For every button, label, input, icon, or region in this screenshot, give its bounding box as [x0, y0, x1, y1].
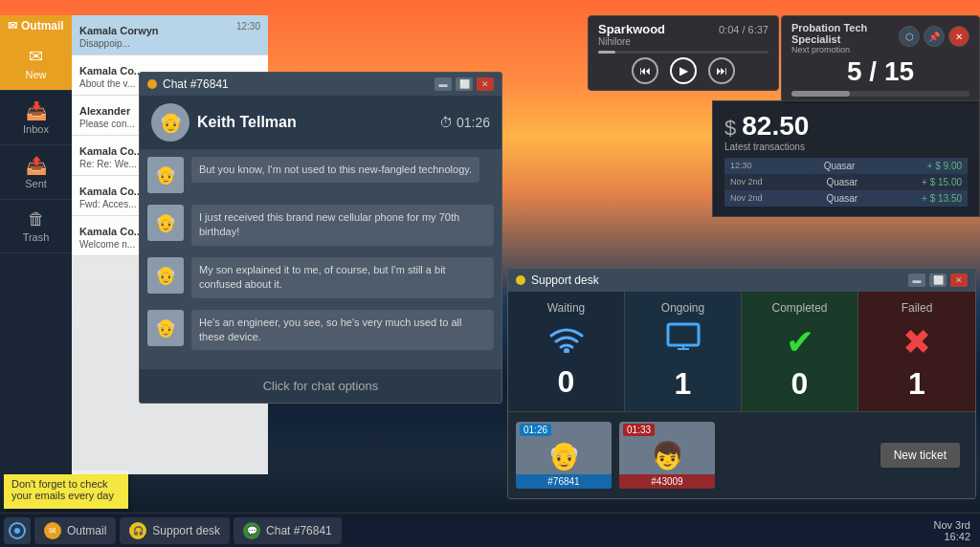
nav-new-label: New	[25, 69, 46, 80]
tx-name-0: Quasar	[824, 161, 856, 171]
stat-failed: Failed ✖ 1	[858, 292, 975, 411]
chat-titlebar: Chat #76841 ▬ ⬜ ✕	[140, 73, 501, 96]
tx-amount-1: + $ 15.00	[922, 177, 962, 187]
taskbar-chat-label: Chat #76841	[266, 524, 332, 537]
taskbar-outmail[interactable]: ✉ Outmail	[34, 517, 116, 544]
support-dot	[516, 275, 525, 285]
support-maximize[interactable]: ⬜	[929, 274, 947, 287]
tickets-container: 👴 01:26 #76841 👦 01:33 #43009	[516, 416, 715, 494]
new-icon: ✉	[29, 46, 43, 67]
nav-sent[interactable]: 📤 Sent	[0, 145, 72, 200]
transaction-0: 12:30 Quasar + $ 9.00	[724, 158, 968, 174]
email-item-0[interactable]: Kamala Corwyn 12:30 Disappoip...	[72, 15, 268, 55]
close-button[interactable]: ✕	[477, 77, 494, 91]
taskbar-time: Nov 3rd 16:42	[933, 519, 976, 542]
ticket-overlay-1: 01:33	[619, 422, 715, 438]
msg-avatar-2: 👴	[147, 257, 184, 294]
inbox-icon: 📥	[26, 100, 47, 121]
email-sender-4: Kamala Co...	[79, 186, 143, 197]
email-sender-2: Alexander	[79, 105, 130, 117]
promo-progress-fill	[791, 91, 850, 97]
maximize-button[interactable]: ⬜	[456, 77, 473, 91]
ticket-timer-1: 01:33	[623, 424, 655, 436]
outmail-title: Outmail	[21, 19, 64, 33]
music-progress-fill	[598, 51, 615, 54]
music-artist: Nihilore	[598, 36, 665, 47]
currency-symbol: $	[724, 116, 736, 141]
email-sender-5: Kamala Co...	[79, 226, 143, 237]
promo-score: 5 / 15	[791, 56, 969, 87]
music-progress-bar	[598, 51, 768, 54]
x-icon: ✖	[866, 322, 968, 362]
monitor-icon	[633, 322, 733, 362]
taskbar-sys-icon	[4, 517, 31, 544]
new-ticket-button[interactable]: New ticket	[880, 443, 960, 468]
msg-avatar-3: 👴	[147, 310, 184, 346]
check-icon: ✔	[749, 322, 850, 362]
nav-sent-label: Sent	[25, 178, 47, 189]
nav-inbox[interactable]: 📥 Inbox	[0, 91, 72, 145]
support-controls: ▬ ⬜ ✕	[908, 274, 968, 287]
money-amount: 82.50	[742, 111, 809, 142]
email-sender-3: Kamala Co...	[79, 145, 143, 157]
ticket-overlay-0: 01:26	[516, 422, 612, 438]
transactions-list: 12:30 Quasar + $ 9.00 Nov 2nd Quasar + $…	[724, 158, 968, 207]
taskbar-support[interactable]: 🎧 Support desk	[120, 517, 230, 544]
support-widget: Support desk ▬ ⬜ ✕ Waiting 0 Ongoing	[507, 268, 976, 499]
stat-ongoing-count: 1	[633, 366, 733, 402]
music-controls: ⏮ ▶ ⏭	[598, 57, 768, 84]
taskbar-chat[interactable]: 💬 Chat #76841	[234, 517, 342, 544]
support-minimize[interactable]: ▬	[908, 274, 925, 287]
stat-waiting-label: Waiting	[516, 301, 616, 315]
tx-time-1: Nov 2nd	[730, 177, 763, 187]
sent-icon: 📤	[26, 155, 47, 176]
tx-time-2: Nov 2nd	[730, 193, 763, 204]
nav-inbox-label: Inbox	[23, 123, 49, 135]
next-button[interactable]: ⏭	[708, 57, 735, 84]
msg-text-1: I just received this brand new cellular …	[191, 205, 494, 246]
support-title: Support desk	[531, 274, 599, 287]
promo-title: Probation Tech Specialist	[791, 22, 899, 45]
promo-progress-bg	[791, 91, 969, 97]
money-widget: $ 82.50 Latest transactions 12:30 Quasar…	[712, 100, 980, 217]
email-time-0: 12:30	[236, 21, 260, 32]
stat-failed-count: 1	[866, 366, 968, 402]
svg-point-5	[14, 528, 20, 534]
tx-amount-0: + $ 9.00	[927, 161, 962, 171]
music-widget: Sparkwood Nihilore 0:04 / 6:37 ⏮ ▶ ⏭	[588, 15, 779, 91]
nav-trash[interactable]: 🗑 Trash	[0, 200, 72, 253]
tx-time-0: 12:30	[730, 161, 752, 171]
svg-rect-1	[668, 324, 699, 345]
ticket-timer-0: 01:26	[520, 424, 551, 436]
support-stats: Waiting 0 Ongoing 1	[508, 292, 975, 412]
tx-name-2: Quasar	[826, 193, 858, 204]
chat-contact-name: Keith Tellman	[197, 114, 297, 131]
stat-ongoing-label: Ongoing	[633, 301, 733, 315]
chat-messages: 👴 But you know, I'm not used to this new…	[140, 149, 501, 369]
chat-avatar: 👴	[151, 103, 189, 142]
promo-close-button[interactable]: ✕	[948, 26, 969, 47]
promo-icons: ⬡ 📌 ✕	[899, 26, 969, 47]
ticket-id-0: #76841	[516, 474, 612, 489]
tx-amount-2: + $ 13.50	[922, 193, 962, 204]
support-close[interactable]: ✕	[950, 274, 968, 287]
prev-button[interactable]: ⏮	[632, 57, 658, 84]
outmail-header: ✉ Outmail	[0, 15, 72, 36]
promo-pin-button[interactable]: 📌	[924, 26, 945, 47]
stat-waiting: Waiting 0	[508, 292, 625, 411]
promo-star-button[interactable]: ⬡	[899, 26, 920, 47]
chat-title: Chat #76841	[163, 77, 229, 91]
nav-new[interactable]: ✉ New	[0, 36, 72, 91]
chat-window: Chat #76841 ▬ ⬜ ✕ 👴 Keith Tellman ⏱ 01:2…	[139, 72, 502, 404]
ticket-76841[interactable]: 👴 01:26 #76841	[516, 422, 612, 489]
wifi-icon	[516, 322, 616, 361]
stat-completed-count: 0	[749, 366, 850, 402]
stat-completed: Completed ✔ 0	[742, 292, 858, 411]
outmail-sidebar: ✉ Outmail ✉ New 📥 Inbox 📤 Sent 🗑 Trash	[0, 15, 72, 474]
ticket-43009[interactable]: 👦 01:33 #43009	[619, 422, 715, 489]
chat-options-button[interactable]: Click for chat options	[140, 369, 501, 403]
stat-ongoing: Ongoing 1	[625, 292, 742, 411]
play-button[interactable]: ▶	[670, 57, 697, 84]
promotion-widget: Probation Tech Specialist Next promotion…	[781, 15, 980, 103]
minimize-button[interactable]: ▬	[434, 77, 452, 91]
